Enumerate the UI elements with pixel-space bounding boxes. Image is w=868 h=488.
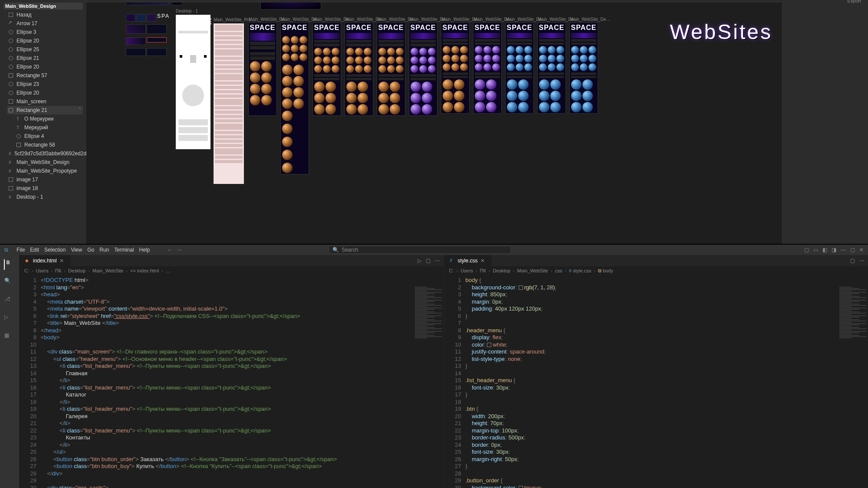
layer-item[interactable]: Ellipse 25 xyxy=(7,45,83,54)
artboard-frame[interactable]: Main_WebSite_De…SPACE xyxy=(345,23,373,116)
layer-ellipse-icon xyxy=(9,91,13,95)
activity-bar: 🗎 🔍 ⎇ ▷ ▦ xyxy=(0,255,19,488)
menu-edit[interactable]: Edit xyxy=(30,247,39,253)
menu-file[interactable]: File xyxy=(16,247,25,253)
run-icon[interactable]: ▷ xyxy=(418,258,421,264)
layer-item[interactable]: #Main_WebSite_Propotype xyxy=(7,167,83,175)
layer-item[interactable]: Назад xyxy=(7,10,83,19)
vscode-titlebar: ⧉ FileEditSelectionViewGoRunTerminalHelp… xyxy=(0,245,868,255)
layer-item[interactable]: Ellipse 23 xyxy=(7,80,83,88)
menu-view[interactable]: View xyxy=(71,247,82,253)
artboard-frame[interactable]: Main_WebSite_De…SPACE xyxy=(537,23,566,114)
figma-file-tab[interactable]: Main_WebSite_Design xyxy=(3,3,83,10)
breadcrumb-right[interactable]: C:›Users›ПК›Desktop›Main_WebSite›css›# s… xyxy=(444,266,868,275)
search-activity-icon[interactable]: 🔍 xyxy=(4,278,15,288)
split-editor-icon[interactable]: ▢ xyxy=(426,258,431,264)
menu-go[interactable]: Go xyxy=(87,247,94,253)
artboard-frame[interactable]: Main_WebSite_De…SPACE xyxy=(473,23,502,114)
minimize-icon[interactable]: — xyxy=(841,247,846,253)
layer-item[interactable]: Ellipse 3 xyxy=(7,28,83,36)
layout-side2-icon[interactable]: ◨ xyxy=(832,247,836,253)
close-icon[interactable]: ✕ xyxy=(859,247,864,253)
layer-ellipse-icon xyxy=(9,30,13,34)
more-icon[interactable]: ⋯ xyxy=(435,258,440,264)
layer-item[interactable]: Ellipse 20 xyxy=(7,36,83,45)
run-debug-icon[interactable]: ▷ xyxy=(4,314,15,324)
layout-side-icon[interactable]: ◧ xyxy=(822,247,827,253)
figma-design-panel: Export xyxy=(781,3,868,244)
layer-list: НазадArrow 17Ellipse 3Ellipse 20Ellipse … xyxy=(3,10,83,201)
layer-ellipse-icon xyxy=(16,134,21,138)
layer-item[interactable]: Rectangle 57 xyxy=(7,71,83,80)
layer-rect-icon xyxy=(9,108,13,112)
breadcrumb-left[interactable]: C:›Users›ПК›Desktop›Main_WebSite›<> inde… xyxy=(19,266,444,275)
menu-selection[interactable]: Selection xyxy=(44,247,66,253)
artboard-frame[interactable]: Main_WebSite_De…SPACE xyxy=(280,23,309,174)
menu-run[interactable]: Run xyxy=(99,247,109,253)
artboard-frame[interactable]: Main_WebSite_De…SPACE xyxy=(377,23,405,116)
vscode-menubar: FileEditSelectionViewGoRunTerminalHelp xyxy=(12,247,150,253)
layer-item[interactable]: TМеркурий xyxy=(7,123,83,132)
chevron-down-icon[interactable]: ˅ xyxy=(79,107,81,113)
figma-canvas[interactable]: SPA Desktop - 1 SPACE xyxy=(87,3,781,244)
layer-arrow-icon xyxy=(9,21,13,26)
artboard-frame[interactable]: Main_WebSite_De…SPACE xyxy=(248,23,277,116)
search-icon: 🔍 xyxy=(332,247,339,253)
explorer-icon[interactable]: 🗎 xyxy=(4,259,14,270)
layer-item[interactable]: TО Меркурии xyxy=(7,115,83,123)
layer-item[interactable]: Main_screen xyxy=(7,97,83,106)
search-placeholder: Search xyxy=(342,247,358,253)
layer-item[interactable]: Ellipse 20 xyxy=(7,88,83,97)
minimap[interactable] xyxy=(838,286,868,488)
tab-style-css[interactable]: # style.css ✕ xyxy=(444,255,491,266)
watermark: WebSites xyxy=(670,20,773,44)
menu-terminal[interactable]: Terminal xyxy=(114,247,134,253)
layer-item[interactable]: image 18 xyxy=(7,184,83,193)
layout-icon[interactable]: ▢ xyxy=(804,247,809,253)
layer-item[interactable]: image 17 xyxy=(7,175,83,184)
source-control-icon[interactable]: ⎇ xyxy=(4,296,15,306)
nav-back-icon[interactable]: ← xyxy=(167,247,172,253)
layer-item[interactable]: Arrow 17 xyxy=(7,19,83,28)
layer-hash-icon: # xyxy=(9,195,13,199)
layer-item[interactable]: Rectangle 58 xyxy=(7,141,83,149)
artboard-frame[interactable]: Main_WebSite_De…SPACE xyxy=(409,23,437,116)
css-file-icon: # xyxy=(450,258,455,263)
layer-item[interactable]: #Desktop - 1 xyxy=(7,193,83,201)
command-center-search[interactable]: 🔍 Search xyxy=(329,246,511,254)
tab-close-icon[interactable]: ✕ xyxy=(59,258,64,264)
html-file-icon: ◆ xyxy=(25,258,30,263)
code-editor-right[interactable]: 1234567891011121314151617181920212223242… xyxy=(444,275,868,488)
minimap[interactable] xyxy=(413,286,444,488)
layer-item[interactable]: Ellipse 21 xyxy=(7,54,83,62)
layer-frame-icon xyxy=(9,99,13,104)
figma-layers-panel: Main_WebSite_Design НазадArrow 17Ellipse… xyxy=(0,3,87,244)
titlebar-window-controls: ▢ ▭ ◧ ◨ — ▢ ✕ xyxy=(804,247,868,253)
tab-index-html[interactable]: ◆ index.html ✕ xyxy=(19,255,70,266)
figma-app: Main_WebSite_Design НазадArrow 17Ellipse… xyxy=(0,0,868,244)
artboard-frame[interactable]: Main_WebSite_De…SPACE xyxy=(441,23,470,114)
artboard-frame[interactable]: Main_WebSite_De…SPACE xyxy=(312,23,341,116)
layer-item[interactable]: #Main_WebSite_Design xyxy=(7,158,83,167)
maximize-icon[interactable]: ▢ xyxy=(850,247,855,253)
nav-forward-icon[interactable]: → xyxy=(177,247,182,253)
layer-item[interactable]: Ellipse 4 xyxy=(7,132,83,141)
split-editor-icon[interactable]: ▢ xyxy=(850,258,855,264)
layer-frame-icon xyxy=(9,13,13,17)
artboard-frame[interactable]: Main_WebSite_De…SPACE xyxy=(505,23,534,114)
layout-panel-icon[interactable]: ▭ xyxy=(813,247,818,253)
editor-pane-left: ◆ index.html ✕ ▷ ▢ ⋯ C:›Users›ПК›Desktop… xyxy=(19,255,444,488)
layer-hash-icon: # xyxy=(9,169,13,173)
layer-frame-icon xyxy=(9,177,13,182)
artboard-frame[interactable]: Main_WebSite_De…SPACE xyxy=(569,23,598,114)
tab-close-icon[interactable]: ✕ xyxy=(480,258,485,264)
layer-item[interactable]: #5cf29d7c5d3f3abbe90692ed2dc1… xyxy=(7,149,83,158)
extensions-icon[interactable]: ▦ xyxy=(4,332,15,343)
layer-item[interactable]: Rectangle 21˅ xyxy=(7,106,83,115)
menu-help[interactable]: Help xyxy=(139,247,150,253)
layer-item[interactable]: Ellipse 20 xyxy=(7,62,83,71)
layer-rect-icon xyxy=(9,73,13,78)
more-icon[interactable]: ⋯ xyxy=(859,258,865,264)
code-editor-left[interactable]: 1234567891011121314151617181920212223242… xyxy=(19,275,444,488)
layer-ellipse-icon xyxy=(9,39,13,43)
